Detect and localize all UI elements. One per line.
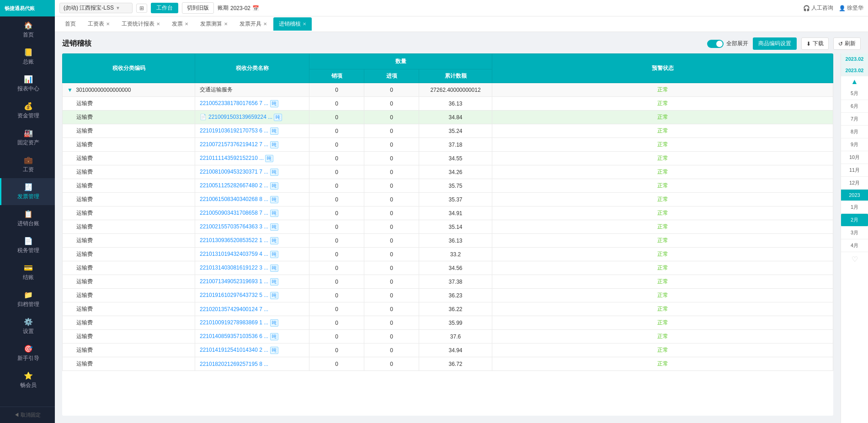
tab-invoice-close[interactable]: ✕ — [185, 21, 188, 26]
right-panel-month-11[interactable]: 11月 — [841, 164, 868, 177]
right-panel-scroll-up[interactable]: ▲ — [841, 76, 868, 87]
sidebar-item-sales-desk[interactable]: 📋 进销台账 — [0, 205, 55, 232]
cell-sale: 0 — [309, 97, 364, 111]
tab-sales-check[interactable]: 进销稽核 ✕ — [273, 17, 312, 31]
right-panel-month-3[interactable]: 3月 — [841, 227, 868, 239]
sidebar-item-member[interactable]: ⭐ 畅会员 — [0, 367, 55, 394]
unit-tag: 吨 — [270, 333, 278, 340]
user-menu-button[interactable]: 👤 徐坚华 — [839, 4, 863, 12]
cell-sale: 0 — [309, 248, 364, 261]
right-panel-current-year[interactable]: 2023 — [841, 190, 868, 201]
tab-invoice-open-close[interactable]: ✕ — [263, 21, 267, 26]
refresh-button[interactable]: ↺ 刷新 — [833, 37, 861, 50]
sidebar-item-funds[interactable]: 💰 资金管理 — [0, 97, 55, 124]
period-display: 账期 2023-02 📅 — [218, 4, 259, 12]
sidebar-unpin-button[interactable]: ◀ 取消固定 — [0, 407, 55, 423]
expand-toggle-group: 全部展开 — [707, 40, 748, 48]
sidebar-item-salary[interactable]: 💼 工资 — [0, 151, 55, 178]
right-panel-month-7[interactable]: 7月 — [841, 113, 868, 126]
cell-cumulative: 36.13 — [419, 234, 492, 248]
download-button[interactable]: ⬇ 下载 — [801, 37, 829, 50]
cell-sale: 0 — [309, 261, 364, 275]
right-panel-month-8[interactable]: 8月 — [841, 126, 868, 138]
cell-cumulative: 35.37 — [419, 193, 492, 206]
expand-toggle[interactable] — [707, 40, 724, 48]
tab-salary-close[interactable]: ✕ — [106, 21, 110, 26]
unit-tag: 吨 — [270, 319, 278, 327]
right-panel-month-12[interactable]: 12月 — [841, 177, 868, 190]
cell-code: 2210081009453230371 7 ... 吨 — [195, 165, 309, 179]
cell-code: 2210071349052319693 1 ... 吨 — [195, 275, 309, 289]
cell-status: 正常 — [492, 138, 833, 152]
settings-button[interactable]: 商品编码设置 — [753, 37, 797, 50]
right-panel-month-9[interactable]: 9月 — [841, 138, 868, 151]
sidebar-item-guide[interactable]: 🎯 新手引导 — [0, 340, 55, 367]
table-row: 运输费 2210051125282667480 2 ... 吨 0 0 35.7… — [63, 179, 833, 193]
sales-check-table: 税收分类编码 税收分类名称 数量 预警状态 销项 进项 累计数额 — [62, 53, 833, 371]
tab-invoice-check[interactable]: 发票测算 ✕ — [195, 17, 233, 31]
right-panel-month-10[interactable]: 10月 — [841, 151, 868, 164]
cell-code: 2210021557035764363 3 ... 吨 — [195, 220, 309, 234]
cell-status: 正常 — [492, 179, 833, 193]
sidebar-item-tax[interactable]: 📄 税务管理 — [0, 232, 55, 259]
customer-service-button[interactable]: 🎧 人工咨询 — [803, 4, 833, 12]
cell-sale: 0 — [309, 83, 364, 97]
unit-tag: 吨 — [270, 292, 278, 299]
sidebar-item-settlement[interactable]: 💳 结账 — [0, 259, 55, 286]
company-name: (勿动) 江西报宝-LSS — [64, 4, 114, 12]
unit-tag: 吨 — [270, 237, 278, 244]
sidebar-item-home[interactable]: 🏠 首页 — [0, 16, 55, 43]
right-panel-year-2023-2[interactable]: 2023.02 — [841, 65, 868, 76]
sidebar-item-ledger[interactable]: 📒 总账 — [0, 43, 55, 70]
sidebar-item-invoice-mgmt[interactable]: 🧾 发票管理 — [0, 178, 55, 205]
sidebar-item-report[interactable]: 📊 报表中心 — [0, 70, 55, 97]
headset-icon: 🎧 — [803, 5, 810, 11]
cell-code: 2210191036192170753 6 ... 吨 — [195, 124, 309, 138]
cell-item: 运输费 — [63, 152, 195, 165]
company-selector[interactable]: (勿动) 江西报宝-LSS ▼ — [59, 3, 133, 13]
unit-tag: 吨 — [270, 100, 278, 107]
tab-invoice[interactable]: 发票 ✕ — [166, 17, 194, 31]
refresh-icon: ↺ — [838, 41, 843, 47]
download-icon: ⬇ — [806, 41, 811, 47]
tab-salary-report[interactable]: 工资统计报表 ✕ — [116, 17, 165, 31]
col-sale: 销项 — [309, 69, 364, 83]
sidebar-item-assets[interactable]: 🏭 固定资产 — [0, 124, 55, 151]
right-panel-month-1[interactable]: 1月 — [841, 201, 868, 214]
cell-item: 运输费 — [63, 193, 195, 206]
period-value: 2023-02 — [230, 5, 250, 11]
sidebar-item-label: 总账 — [23, 58, 34, 66]
right-panel-heart[interactable]: ♡ — [841, 252, 868, 266]
sidebar-item-archive[interactable]: 📁 归档管理 — [0, 286, 55, 313]
salary-icon: 💼 — [24, 156, 33, 164]
tax-icon: 📄 — [24, 237, 33, 245]
sidebar-item-settings[interactable]: ⚙️ 设置 — [0, 313, 55, 340]
tab-home[interactable]: 首页 — [59, 17, 81, 31]
cell-status: 正常 — [492, 165, 833, 179]
expand-icon[interactable]: ▼ — [67, 87, 73, 93]
table-row: 运输费 2210061508340340268 8 ... 吨 0 0 35.3… — [63, 193, 833, 206]
tab-invoice-check-close[interactable]: ✕ — [224, 21, 228, 26]
worktable-button[interactable]: 工作台 — [151, 3, 178, 13]
tab-sales-check-close[interactable]: ✕ — [303, 21, 306, 26]
tab-salary-report-close[interactable]: ✕ — [156, 21, 160, 26]
right-panel-year-2023-1[interactable]: 2023.02 — [841, 53, 868, 65]
tab-invoice-open[interactable]: 发票开具 ✕ — [234, 17, 272, 31]
switchback-button[interactable]: 切到旧版 — [182, 2, 214, 14]
right-panel-month-2[interactable]: 2月 — [841, 214, 868, 227]
sales-desk-icon: 📋 — [24, 210, 33, 218]
right-panel-month-5[interactable]: 5月 — [841, 87, 868, 100]
tab-salary[interactable]: 工资表 ✕ — [82, 17, 115, 31]
right-panel-month-6[interactable]: 6月 — [841, 100, 868, 113]
cell-cumulative: 37.18 — [419, 138, 492, 152]
sidebar-item-label: 固定资产 — [17, 139, 39, 147]
copy-company-button[interactable]: ⊞ — [136, 4, 147, 13]
home-icon: 🏠 — [24, 21, 33, 30]
right-panel-month-4[interactable]: 4月 — [841, 239, 868, 252]
cell-cumulative: 36.23 — [419, 289, 492, 302]
cell-code: 2210191610297643732 5 ... 吨 — [195, 289, 309, 302]
cell-cumulative: 34.26 — [419, 165, 492, 179]
logo-text: 畅捷通易代账 — [5, 5, 35, 12]
col-cumulative: 累计数额 — [419, 69, 492, 83]
cell-code: 2210100919278983869 1 ... 吨 — [195, 316, 309, 330]
